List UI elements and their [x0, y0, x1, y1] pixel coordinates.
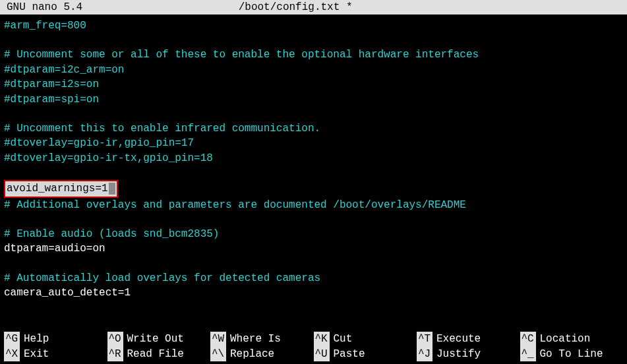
shortcut-cut[interactable]: ^KCut	[314, 332, 417, 346]
editor-line: camera_auto_detect=1	[4, 286, 623, 300]
shortcut-bar: ^GHelp ^OWrite Out ^WWhere Is ^KCut ^TEx…	[0, 332, 627, 364]
editor-area[interactable]: #arm_freq=800 # Uncomment some or all of…	[0, 15, 627, 300]
titlebar: GNU nano 5.4 /boot/config.txt *	[0, 0, 627, 15]
cursor	[109, 183, 115, 195]
shortcut-execute[interactable]: ^TExecute	[417, 332, 520, 346]
editor-line	[4, 107, 623, 121]
shortcut-replace[interactable]: ^\Replace	[210, 347, 314, 361]
editor-line: #arm_freq=800	[4, 18, 623, 33]
editor-line: dtparam=audio=on	[4, 241, 623, 256]
editor-line: #dtoverlay=gpio-ir,gpio_pin=17	[4, 136, 623, 150]
shortcut-location[interactable]: ^CLocation	[520, 332, 624, 346]
editor-line: #dtparam=i2s=on	[4, 77, 623, 92]
filename: /boot/config.txt *	[82, 0, 508, 15]
editor-line	[4, 166, 623, 180]
shortcut-row-1: ^GHelp ^OWrite Out ^WWhere Is ^KCut ^TEx…	[4, 332, 623, 346]
editor-line: # Automatically load overlays for detect…	[4, 271, 623, 286]
shortcut-read-file[interactable]: ^RRead File	[107, 347, 211, 361]
editor-line	[4, 257, 623, 271]
app-name: GNU nano 5.4	[0, 0, 82, 15]
editor-line	[4, 33, 623, 47]
shortcut-write-out[interactable]: ^OWrite Out	[107, 332, 211, 346]
editor-line: #dtparam=i2c_arm=on	[4, 63, 623, 77]
editor-line: # Uncomment this to enable infrared comm…	[4, 121, 623, 136]
editor-line	[4, 212, 623, 227]
shortcut-go-to-line[interactable]: ^_Go To Line	[520, 347, 624, 361]
shortcut-paste[interactable]: ^UPaste	[314, 347, 417, 361]
shortcut-row-2: ^XExit ^RRead File ^\Replace ^UPaste ^JJ…	[4, 347, 623, 361]
editor-line-highlighted: avoid_warnings=1	[4, 180, 623, 197]
editor-line: # Uncomment some or all of these to enab…	[4, 47, 623, 62]
shortcut-help[interactable]: ^GHelp	[4, 332, 107, 346]
editor-line: #dtoverlay=gpio-ir-tx,gpio_pin=18	[4, 151, 623, 166]
titlebar-right	[508, 0, 627, 15]
editor-line: #dtparam=spi=on	[4, 92, 623, 107]
shortcut-justify[interactable]: ^JJustify	[417, 347, 520, 361]
shortcut-where-is[interactable]: ^WWhere Is	[210, 332, 314, 346]
editor-line: # Additional overlays and parameters are…	[4, 198, 623, 212]
editor-line: # Enable audio (loads snd_bcm2835)	[4, 227, 623, 241]
shortcut-exit[interactable]: ^XExit	[4, 347, 107, 361]
